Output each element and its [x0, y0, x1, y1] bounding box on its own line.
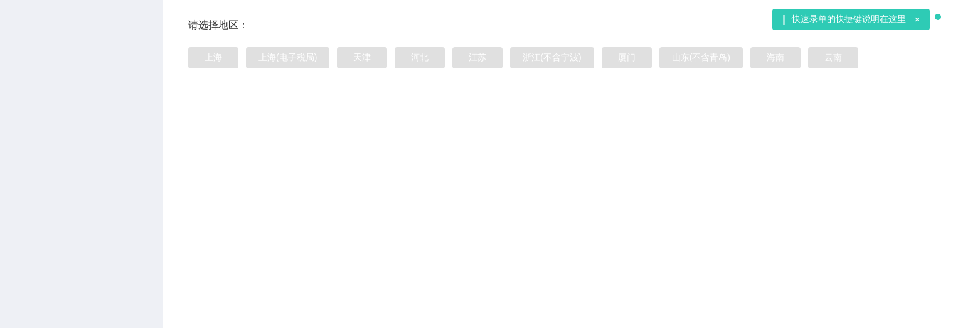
tooltip-dot [935, 14, 941, 20]
region-button-1[interactable]: 上海(电子税局) [246, 47, 329, 68]
region-buttons: 上海上海(电子税局)天津河北江苏浙江(不含宁波)厦门山东(不含青岛)海南云南 [188, 47, 955, 68]
sidebar [0, 0, 163, 328]
main-content: 请选择地区： 上海上海(电子税局)天津河北江苏浙江(不含宁波)厦门山东(不含青岛… [163, 0, 980, 328]
region-button-7[interactable]: 山东(不含青岛) [659, 47, 743, 68]
tooltip-text: 快速录单的快捷键说明在这里 [792, 14, 906, 25]
region-button-9[interactable]: 云南 [808, 47, 858, 68]
tooltip-banner: 快速录单的快捷键说明在这里 × [772, 9, 930, 30]
region-button-0[interactable]: 上海 [188, 47, 238, 68]
region-button-8[interactable]: 海南 [750, 47, 801, 68]
region-button-2[interactable]: 天津 [337, 47, 387, 68]
tooltip-close-button[interactable]: × [915, 14, 920, 25]
region-button-5[interactable]: 浙江(不含宁波) [510, 47, 594, 68]
region-button-3[interactable]: 河北 [395, 47, 445, 68]
region-button-6[interactable]: 厦门 [602, 47, 652, 68]
region-button-4[interactable]: 江苏 [452, 47, 503, 68]
